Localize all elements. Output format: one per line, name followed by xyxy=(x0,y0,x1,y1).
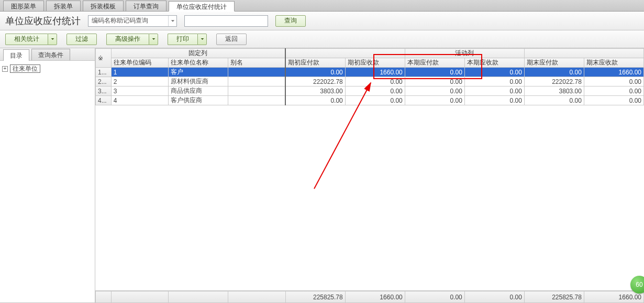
row-index: 1... xyxy=(96,68,112,77)
col-a3[interactable]: 本期应付款 xyxy=(405,58,464,68)
grid-wrap: ※ 固定列 活动列 往来单位编码 往来单位名称 别名 期初应付款 期初应收款 本… xyxy=(95,48,644,290)
grid-column-header-row: 往来单位编码 往来单位名称 别名 期初应付款 期初应收款 本期应付款 本期应收款… xyxy=(96,58,644,68)
search-input[interactable] xyxy=(184,15,268,27)
col-alias[interactable]: 别名 xyxy=(228,58,286,68)
table-row[interactable]: 3... 3 商品供应商 3803.00 0.00 0.00 0.00 3803… xyxy=(96,86,644,96)
print-dropdown-icon[interactable] xyxy=(197,34,207,45)
row-index: 2... xyxy=(96,77,112,86)
cell-a1: 0.00 xyxy=(285,96,345,105)
cell-a3: 0.00 xyxy=(405,96,464,105)
app-tab-order-query[interactable]: 订单查询 xyxy=(126,1,166,11)
col-a1[interactable]: 期初应付款 xyxy=(285,58,345,68)
cell-a2: 0.00 xyxy=(345,77,405,86)
col-a5[interactable]: 期末应付款 xyxy=(524,58,584,68)
row-index: 4... xyxy=(96,96,112,105)
advanced-dropdown-icon[interactable] xyxy=(149,34,158,45)
cell-a3: 0.00 xyxy=(405,68,464,77)
cell-name: 商品供应商 xyxy=(169,86,228,96)
app-tab-unit-stats[interactable]: 单位应收应付统计 xyxy=(169,1,235,12)
search-mode-dropdown[interactable]: 编码名称助记码查询 xyxy=(88,15,177,27)
right-panel: ※ 固定列 活动列 往来单位编码 往来单位名称 别名 期初应付款 期初应收款 本… xyxy=(95,48,644,303)
app-tab-bar: 图形菜单 拆装单 拆装模板 订单查询 单位应收应付统计 xyxy=(0,0,644,12)
total-a2: 1660.00 xyxy=(345,291,405,303)
cell-code: 2 xyxy=(111,77,168,86)
tree-view: + 往来单位 xyxy=(0,61,95,303)
col-a2[interactable]: 期初应收款 xyxy=(345,58,405,68)
cell-alias xyxy=(228,86,286,96)
advanced-button[interactable]: 高级操作 xyxy=(106,34,149,45)
data-grid[interactable]: ※ 固定列 活动列 往来单位编码 往来单位名称 别名 期初应付款 期初应收款 本… xyxy=(95,48,644,105)
app-tab-graphic-menu[interactable]: 图形菜单 xyxy=(3,1,44,11)
cell-a6: 0.00 xyxy=(584,86,643,96)
print-button[interactable]: 打印 xyxy=(168,34,197,45)
app-tab-template[interactable]: 拆装模板 xyxy=(83,1,124,11)
chevron-down-icon xyxy=(168,16,176,26)
total-a5: 225825.78 xyxy=(524,291,584,303)
floating-badge[interactable]: 60 xyxy=(630,276,644,294)
group-spacer2 xyxy=(524,49,643,58)
group-fixed-header: 固定列 xyxy=(111,49,285,58)
page-title: 单位应收应付统计 xyxy=(5,15,81,27)
cell-a4: 0.00 xyxy=(464,86,524,96)
cell-alias xyxy=(228,68,286,77)
left-panel: 目录 查询条件 + 往来单位 xyxy=(0,48,95,303)
cell-a5: 0.00 xyxy=(524,68,584,77)
total-a4: 0.00 xyxy=(464,291,524,303)
cell-a4: 0.00 xyxy=(464,96,524,105)
stats-dropdown-icon[interactable] xyxy=(48,34,57,45)
cell-a6: 0.00 xyxy=(584,77,643,86)
stats-split-button[interactable]: 相关统计 xyxy=(5,34,57,45)
left-tab-bar: 目录 查询条件 xyxy=(0,48,95,61)
grid-group-header-row: ※ 固定列 活动列 xyxy=(96,49,644,58)
stats-button[interactable]: 相关统计 xyxy=(5,34,48,45)
row-selector-header: ※ xyxy=(96,49,112,68)
row-index: 3... xyxy=(96,86,112,96)
cell-name: 原材料供应商 xyxy=(169,77,228,86)
cell-code: 3 xyxy=(111,86,168,96)
main-area: 目录 查询条件 + 往来单位 ※ 固定列 xyxy=(0,48,644,303)
cell-name: 客户供应商 xyxy=(169,96,228,105)
query-button[interactable]: 查询 xyxy=(275,15,306,27)
advanced-split-button[interactable]: 高级操作 xyxy=(106,34,158,45)
cell-alias xyxy=(228,77,286,86)
table-row[interactable]: 2... 2 原材料供应商 222022.78 0.00 0.00 0.00 2… xyxy=(96,77,644,86)
total-a1: 225825.78 xyxy=(285,291,345,303)
grid-footer: 225825.78 1660.00 0.00 0.00 225825.78 16… xyxy=(95,290,644,303)
cell-a5: 3803.00 xyxy=(524,86,584,96)
cell-code: 4 xyxy=(111,96,168,105)
print-split-button[interactable]: 打印 xyxy=(168,34,207,45)
title-bar: 单位应收应付统计 编码名称助记码查询 查询 xyxy=(0,12,644,30)
cell-a6: 0.00 xyxy=(584,96,643,105)
cell-name: 客户 xyxy=(169,68,228,77)
cell-a1: 0.00 xyxy=(285,68,345,77)
cell-code: 1 xyxy=(111,68,168,77)
app-tab-disassembly[interactable]: 拆装单 xyxy=(46,1,81,11)
table-row[interactable]: 1... 1 客户 0.00 1660.00 0.00 0.00 0.00 16… xyxy=(96,68,644,77)
cell-a2: 1660.00 xyxy=(345,68,405,77)
cell-a3: 0.00 xyxy=(405,77,464,86)
tree-root-item[interactable]: + 往来单位 xyxy=(2,64,93,73)
table-row[interactable]: 4... 4 客户供应商 0.00 0.00 0.00 0.00 0.00 0.… xyxy=(96,96,644,105)
tree-root-label: 往来单位 xyxy=(10,64,40,73)
total-a6: 1660.00 xyxy=(584,291,643,303)
cell-a6: 1660.00 xyxy=(584,68,643,77)
filter-button[interactable]: 过滤 xyxy=(66,34,97,45)
totals-row: 225825.78 1660.00 0.00 0.00 225825.78 16… xyxy=(96,291,644,303)
cell-a4: 0.00 xyxy=(464,68,524,77)
col-a6[interactable]: 期末应收款 xyxy=(584,58,643,68)
cell-a5: 222022.78 xyxy=(524,77,584,86)
cell-a2: 0.00 xyxy=(345,96,405,105)
total-a3: 0.00 xyxy=(405,291,464,303)
tree-expand-icon[interactable]: + xyxy=(2,66,8,72)
cell-a3: 0.00 xyxy=(405,86,464,96)
back-button[interactable]: 返回 xyxy=(216,34,247,45)
left-tab-conditions[interactable]: 查询条件 xyxy=(31,49,70,60)
cell-a1: 3803.00 xyxy=(285,86,345,96)
cell-a1: 222022.78 xyxy=(285,77,345,86)
col-name[interactable]: 往来单位名称 xyxy=(169,58,228,68)
col-code[interactable]: 往来单位编码 xyxy=(111,58,168,68)
left-tab-catalog[interactable]: 目录 xyxy=(3,49,29,61)
col-a4[interactable]: 本期应收款 xyxy=(464,58,524,68)
cell-a5: 0.00 xyxy=(524,96,584,105)
cell-a2: 0.00 xyxy=(345,86,405,96)
